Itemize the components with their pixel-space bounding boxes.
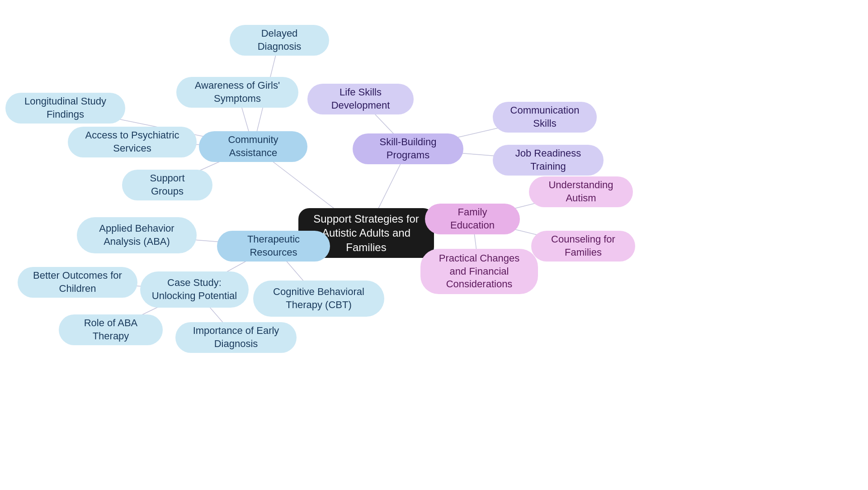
node-practical_changes[interactable]: Practical Changes and Financial Consider…	[420, 249, 538, 294]
node-support_groups[interactable]: Support Groups	[122, 170, 212, 200]
node-delayed_diagnosis[interactable]: Delayed Diagnosis	[230, 25, 329, 56]
node-access_psychiatric[interactable]: Access to Psychiatric Services	[68, 127, 197, 157]
node-therapeutic_resources[interactable]: Therapeutic Resources	[217, 231, 330, 262]
node-communication_skills[interactable]: Communication Skills	[493, 102, 597, 133]
node-community_assistance[interactable]: Community Assistance	[199, 131, 307, 162]
mindmap-container: Support Strategies for Autistic Adults a…	[0, 0, 868, 490]
node-cbt[interactable]: Cognitive Behavioral Therapy (CBT)	[253, 281, 384, 317]
node-counseling_families[interactable]: Counseling for Families	[531, 231, 635, 262]
node-applied_behavior[interactable]: Applied Behavior Analysis (ABA)	[77, 217, 197, 253]
node-role_aba[interactable]: Role of ABA Therapy	[59, 314, 163, 345]
node-case_study[interactable]: Case Study: Unlocking Potential	[140, 271, 249, 308]
node-longitudinal_study[interactable]: Longitudinal Study Findings	[5, 93, 125, 124]
node-awareness_girls[interactable]: Awareness of Girls' Symptoms	[176, 77, 298, 108]
node-skill_building[interactable]: Skill-Building Programs	[353, 133, 463, 164]
node-understanding_autism[interactable]: Understanding Autism	[529, 176, 633, 207]
node-better_outcomes[interactable]: Better Outcomes for Children	[18, 267, 137, 298]
node-life_skills[interactable]: Life Skills Development	[307, 84, 414, 114]
node-family_education[interactable]: Family Education	[425, 204, 520, 234]
node-importance_early[interactable]: Importance of Early Diagnosis	[175, 322, 297, 353]
node-job_readiness[interactable]: Job Readiness Training	[493, 145, 604, 176]
